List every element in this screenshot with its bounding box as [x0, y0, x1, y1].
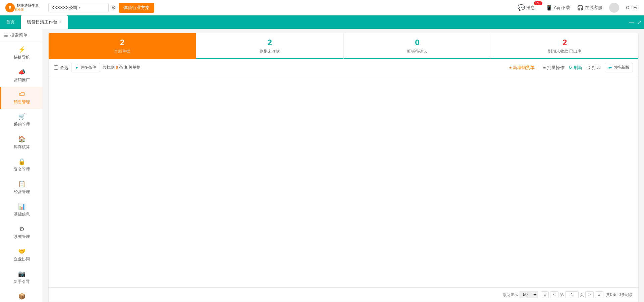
sidebar-item-cooperation-label: 企业协同 — [14, 256, 30, 262]
refresh-button[interactable]: ↻ 刷新 — [569, 65, 582, 71]
sidebar-item-app-center[interactable]: 📦 应用中心 — [0, 289, 43, 302]
username[interactable]: OfTEn — [626, 5, 639, 10]
tab-close-icon[interactable]: × — [59, 20, 62, 24]
per-page-select[interactable]: 50 10 20 100 — [520, 291, 538, 298]
filter-label: 更多条件 — [80, 65, 96, 70]
sidebar-item-inventory-label: 库存核算 — [14, 144, 30, 150]
stat-overdue-out[interactable]: 2 到期未收款 已出库 — [491, 33, 638, 59]
found-unit: 条 — [119, 65, 123, 70]
sidebar-item-basic-info[interactable]: 📊 基础信息 — [0, 199, 43, 221]
stat-all-underline — [49, 58, 196, 59]
company-selector[interactable]: XXXXXX公司 ▾ — [48, 3, 109, 12]
logo-icon: 6 — [5, 3, 15, 12]
stat-pending-underline — [344, 58, 491, 59]
stat-overdue-out-underline — [491, 58, 638, 59]
last-page-button[interactable]: » — [595, 291, 603, 298]
page-summary: 共0页, 0条记录 — [606, 292, 633, 298]
batch-label: 批量操作 — [547, 65, 565, 71]
nav-right-buttons: — ⤢ — [629, 19, 644, 25]
sidebar-item-sales[interactable]: 🏷 销售管理 — [0, 87, 43, 109]
sidebar-item-purchase[interactable]: 🛒 采购管理 — [0, 109, 43, 131]
print-button[interactable]: 🖨 打印 — [586, 65, 601, 71]
avatar[interactable] — [609, 3, 619, 13]
settings-icon[interactable]: ⚙ — [111, 4, 116, 11]
stat-all-label: 全部单据 — [114, 49, 130, 54]
sidebar-item-operations-label: 经营管理 — [14, 189, 30, 195]
page-input[interactable] — [565, 291, 579, 298]
stat-all-num: 2 — [120, 38, 124, 47]
sidebar-item-purchase-label: 采购管理 — [14, 122, 30, 127]
select-all-input[interactable] — [54, 65, 58, 70]
sidebar-item-cooperation[interactable]: 🤝 企业协同 — [0, 244, 43, 266]
switch-version-button[interactable]: ⇌ 切换新版 — [605, 63, 633, 72]
batch-operations-button[interactable]: ≡ 批量操作 — [543, 65, 565, 71]
sidebar-item-finance-label: 资金管理 — [14, 167, 30, 172]
sidebar-item-sales-label: 销售管理 — [14, 99, 30, 105]
more-filter-button[interactable]: ▼ 更多条件 — [71, 63, 100, 72]
search-menu-label: 搜索菜单 — [10, 32, 28, 38]
sidebar-item-operations[interactable]: 📋 经营管理 — [0, 176, 43, 199]
headset-icon: 🎧 — [577, 4, 584, 11]
stat-overdue-out-num: 2 — [562, 38, 567, 47]
stat-overdue-num: 2 — [267, 38, 272, 47]
tab-cashflow-label: 钱货日清工作台 — [27, 19, 57, 25]
stat-overdue-underline — [196, 58, 343, 59]
toolbar: 全选 ▼ 更多条件 共找到 0 条 相关单据 + 新增销货单 — [48, 59, 639, 76]
logo-name: 畅捷通好生意 — [17, 3, 39, 8]
minimize-icon[interactable]: — — [629, 19, 634, 25]
stat-all[interactable]: 2 全部单据 — [49, 33, 196, 59]
inventory-icon: 🏠 — [18, 135, 25, 143]
guide-icon: 📷 — [18, 270, 25, 278]
system-icon: ⚙ — [19, 225, 24, 233]
search-menu[interactable]: ☰ 搜索菜单 — [0, 29, 43, 42]
operations-icon: 📋 — [18, 180, 25, 188]
add-icon: + — [509, 65, 512, 70]
sidebar-item-finance[interactable]: 🔒 资金管理 — [0, 154, 43, 176]
select-all-checkbox[interactable]: 全选 — [54, 65, 68, 71]
sidebar-item-basic-info-label: 基础信息 — [14, 212, 30, 217]
service-label: 在线客服 — [585, 5, 602, 11]
stat-pending[interactable]: 0 旺铺待确认 — [344, 33, 491, 59]
app-download-label: App下载 — [554, 5, 570, 11]
message-label: 消息 — [526, 5, 535, 11]
pagination: 每页显示 50 10 20 100 « < 第 页 > » 共0页, 0条记录 — [48, 288, 639, 302]
topbar-right: 💬 消息 99+ 📱 App下载 🎧 在线客服 OfTEn — [518, 3, 639, 13]
maximize-icon[interactable]: ⤢ — [637, 19, 641, 25]
purchase-icon: 🛒 — [18, 113, 25, 120]
online-service-button[interactable]: 🎧 在线客服 — [577, 4, 602, 11]
app-download-button[interactable]: 📱 App下载 — [546, 4, 570, 11]
finance-icon: 🔒 — [18, 158, 25, 165]
found-prefix: 共找到 — [103, 65, 115, 70]
sidebar-item-guide[interactable]: 📷 新手引导 — [0, 266, 43, 289]
quick-nav-icon: ⚡ — [18, 46, 25, 53]
topbar: 6 畅捷通好生意 标准版 XXXXXX公司 ▾ ⚙ 体验行业方案 💬 消息 99… — [0, 0, 644, 15]
page-size-selector: 每页显示 50 10 20 100 — [502, 291, 538, 298]
tab-cashflow[interactable]: 钱货日清工作台 × — [21, 15, 68, 29]
empty-state — [49, 76, 638, 287]
sidebar-item-quick-nav[interactable]: ⚡ 快捷导航 — [0, 42, 43, 64]
menu-icon: ☰ — [4, 33, 8, 38]
logo-sub: 标准版 — [15, 8, 39, 12]
message-button[interactable]: 💬 消息 99+ — [518, 4, 539, 11]
sales-icon: 🏷 — [19, 91, 25, 98]
industry-button[interactable]: 体验行业方案 — [119, 3, 154, 13]
tab-home[interactable]: 首页 — [0, 15, 21, 29]
print-icon: 🖨 — [586, 65, 591, 70]
sidebar-item-inventory[interactable]: 🏠 库存核算 — [0, 131, 43, 154]
stat-pending-num: 0 — [415, 38, 419, 47]
divider-1 — [539, 65, 539, 70]
mobile-icon: 📱 — [546, 4, 552, 11]
next-page-button[interactable]: > — [585, 291, 594, 298]
prev-page-button[interactable]: < — [550, 291, 558, 298]
found-suffix: 相关单据 — [124, 65, 141, 70]
content-area: 2 全部单据 2 到期未收款 0 旺铺待确认 2 到期未收款 已出库 — [43, 29, 644, 302]
sidebar-item-system[interactable]: ⚙ 系统管理 — [0, 221, 43, 244]
stat-overdue[interactable]: 2 到期未收款 — [196, 33, 344, 59]
add-order-button[interactable]: + 新增销货单 — [509, 65, 535, 71]
refresh-label: 刷新 — [574, 65, 582, 71]
stat-overdue-label: 到期未收款 — [260, 49, 280, 54]
basic-info-icon: 📊 — [18, 203, 25, 210]
sidebar-item-marketing[interactable]: 📣 营销推广 — [0, 64, 43, 87]
switch-label: 切换新版 — [613, 65, 629, 70]
first-page-button[interactable]: « — [541, 291, 549, 298]
